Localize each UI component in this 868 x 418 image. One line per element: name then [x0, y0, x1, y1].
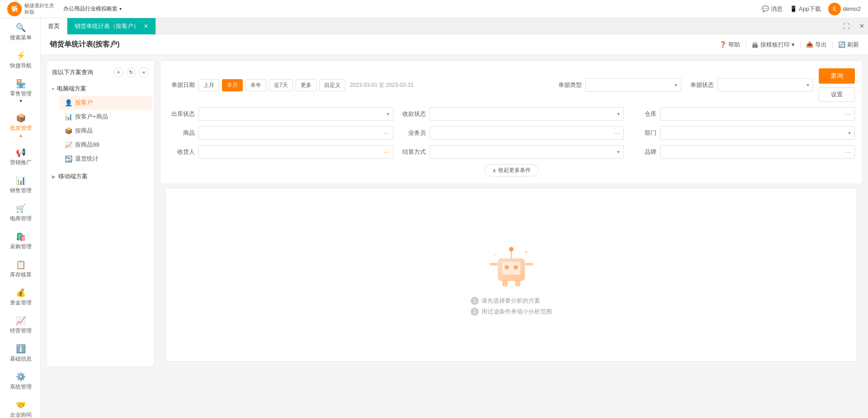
filter-consignee-item: 收货人 ···	[168, 145, 393, 159]
scheme-refresh-btn[interactable]: ↻	[126, 67, 136, 77]
dept-select[interactable]: ▾	[660, 126, 855, 140]
doc-status-arrow: ▾	[807, 82, 809, 88]
sidebar-item-inventory[interactable]: 📋 库存核算	[0, 255, 40, 283]
sidebar-item-basic[interactable]: ℹ️ 基础信息	[0, 339, 40, 367]
scheme-item-by-goods[interactable]: 📦 按商品	[59, 124, 152, 138]
scheme-item-by-customer[interactable]: 👤 按客户	[59, 96, 152, 109]
page-header: 销货单统计表(按客户) ❓ 帮助 🖨️ 按模板打印 ▾ 📤	[41, 34, 868, 55]
divider-3	[832, 41, 833, 48]
tab-bar: 首页 销货单统计表（按客户） ✕ ⛶ ✕	[41, 18, 868, 34]
empty-state-tips: 1 请先选择要分析的方案 2 用过滤条件来缩小分析范围	[471, 297, 552, 316]
enterprise-icon: 🤝	[16, 400, 26, 410]
receipt-status-select[interactable]: ▾	[429, 107, 624, 121]
topbar-dropdown-arrow: ▾	[119, 6, 122, 11]
staff-dots: ···	[615, 129, 620, 137]
sidebar-item-system[interactable]: ⚙️ 系统管理	[0, 367, 40, 395]
export-icon: 📤	[806, 41, 813, 48]
logo-text: 畅捷通好生意 标版	[24, 3, 54, 14]
topbar: 畅 畅捷通好生意 标版 办公用品行业模拟账套 ▾ 💬 消息 📱 App下载 E …	[0, 0, 868, 18]
download-icon: 📱	[790, 5, 797, 12]
customer-goods-icon: 📊	[65, 113, 72, 120]
date-this-year-btn[interactable]: 本年	[245, 79, 266, 91]
sidebar-item-enterprise[interactable]: 🤝 企业协同	[0, 395, 40, 418]
search-icon: 🔍	[16, 23, 26, 33]
collapse-btn[interactable]: ∧ 收起更多条件	[485, 164, 538, 176]
filter-out-status-item: 出库状态 ▾	[168, 107, 393, 121]
doc-type-select[interactable]: ▾	[585, 78, 681, 92]
tab-close-btn[interactable]: ✕	[144, 23, 148, 29]
collapse-row: ∧ 收起更多条件	[168, 164, 855, 176]
payment-select[interactable]: ▾	[429, 145, 624, 159]
right-panel: 单据日期 上月 本月 本年 近7天 更多 自定义 2023-03-01 至 20…	[160, 61, 863, 367]
collapse-icon: ∧	[492, 167, 496, 174]
sidebar-item-retail[interactable]: 🏪 零售管理 ▾	[0, 74, 40, 109]
scheme-collapse-btn[interactable]: «	[139, 67, 149, 77]
finance-icon: 💰	[16, 288, 26, 298]
export-btn[interactable]: 📤 导出	[806, 41, 827, 49]
message-btn[interactable]: 💬 消息	[762, 5, 783, 13]
print-icon: 🖨️	[751, 41, 759, 48]
tab-home[interactable]: 首页	[41, 18, 67, 34]
filter-receipt-status-item: 收款状态 ▾	[399, 107, 624, 121]
tab-sales-stat-label: 销货单统计表（按客户）	[75, 22, 139, 30]
dept-arrow: ▾	[848, 130, 851, 136]
print-btn[interactable]: 🖨️ 按模板打印 ▾	[751, 41, 795, 49]
empty-tip-1: 1 请先选择要分析的方案	[471, 297, 540, 305]
sidebar-item-quicknav[interactable]: ⚡ 快捷导航	[0, 46, 40, 74]
query-btn[interactable]: 查询	[819, 68, 855, 84]
sidebar-item-ecommerce[interactable]: 🛒 电商管理	[0, 199, 40, 227]
warehouse-input[interactable]: ···	[660, 107, 855, 121]
user-avatar[interactable]: E demo2	[828, 3, 861, 15]
receipt-status-arrow: ▾	[617, 111, 620, 117]
sidebar-item-operations[interactable]: 📈 经营管理	[0, 311, 40, 339]
sidebar-item-finance[interactable]: 💰 资金管理	[0, 283, 40, 311]
sidebar-item-purchase[interactable]: 🛍️ 采购管理	[0, 227, 40, 255]
quicknav-icon: ⚡	[16, 51, 26, 61]
retail-icon: 🏪	[16, 79, 26, 89]
print-arrow: ▾	[792, 41, 795, 48]
filter-row-1: 单据日期 上月 本月 本年 近7天 更多 自定义 2023-03-01 至 20…	[168, 68, 855, 102]
scheme-group-desktop-header[interactable]: ▾ 电脑端方案	[47, 82, 154, 95]
help-btn[interactable]: ❓ 帮助	[719, 41, 740, 49]
sidebar-item-wholesale[interactable]: 📦 批发管理 ▴	[0, 109, 40, 143]
operations-icon: 📈	[16, 316, 26, 326]
wholesale-icon: 📦	[16, 113, 26, 123]
empty-state-illustration: ✦ ✦	[484, 233, 538, 288]
refresh-btn[interactable]: 🔄 刷新	[838, 41, 859, 49]
doc-status-select[interactable]: ▾	[717, 78, 813, 92]
date-last-month-btn[interactable]: 上月	[198, 79, 219, 91]
scheme-item-return-stat[interactable]: ↩️ 退货统计	[59, 152, 152, 166]
filter-row-4: 收货人 ··· 结算方式 ▾	[168, 145, 855, 159]
date-last-7-btn[interactable]: 近7天	[269, 79, 293, 91]
scheme-item-goods-99[interactable]: 📈 按商品99	[59, 138, 152, 152]
sidebar-item-sales[interactable]: 📊 销售管理	[0, 171, 40, 199]
filter-brand-item: 品牌 ···	[629, 145, 855, 159]
doc-type-label: 单据类型	[555, 81, 582, 89]
tab-sales-stat[interactable]: 销货单统计表（按客户） ✕	[67, 18, 156, 34]
scheme-add-btn[interactable]: +	[113, 67, 123, 77]
svg-text:✦: ✦	[493, 253, 496, 257]
brand-input[interactable]: ···	[660, 145, 855, 159]
date-more-btn[interactable]: 更多	[296, 79, 316, 91]
date-label: 单据日期	[168, 81, 195, 89]
staff-input[interactable]: ···	[429, 126, 624, 140]
tab-maximize-btn[interactable]: ⛶	[839, 23, 854, 30]
goods-input[interactable]: ···	[198, 126, 393, 140]
svg-rect-8	[502, 280, 508, 286]
filter-doc-status-item: 单据状态 ▾	[687, 78, 813, 92]
tab-close-window-btn[interactable]: ✕	[856, 23, 868, 29]
sidebar-item-marketing[interactable]: 📢 营销推广	[0, 143, 40, 171]
settings-btn[interactable]: 设置	[819, 87, 855, 102]
out-status-select[interactable]: ▾	[198, 107, 393, 121]
topbar-actions: 💬 消息 📱 App下载 E demo2	[762, 3, 861, 15]
consignee-input[interactable]: ···	[198, 145, 393, 159]
scheme-item-customer-goods[interactable]: 📊 按客户+商品	[59, 110, 152, 124]
app-download-btn[interactable]: 📱 App下载	[790, 5, 821, 13]
topbar-subtitle[interactable]: 办公用品行业模拟账套 ▾	[63, 5, 753, 13]
payment-label: 结算方式	[399, 148, 426, 156]
date-custom-btn[interactable]: 自定义	[319, 79, 345, 91]
scheme-group-mobile-header[interactable]: ▶ 移动端方案	[47, 170, 154, 183]
sidebar-item-search[interactable]: 🔍 搜索菜单	[0, 18, 40, 46]
message-icon: 💬	[762, 5, 769, 12]
date-this-month-btn[interactable]: 本月	[222, 79, 243, 91]
